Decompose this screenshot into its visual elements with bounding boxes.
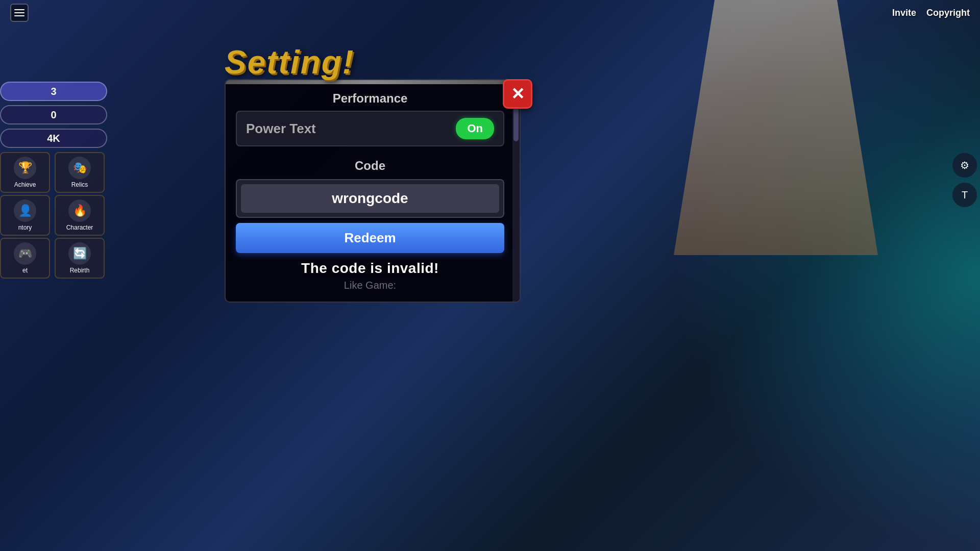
nav-btn-inventory[interactable]: 👤 ntory bbox=[0, 195, 50, 236]
top-left bbox=[10, 4, 29, 22]
like-game-text: Like Game: bbox=[236, 277, 504, 291]
nav-btn-rebirth[interactable]: 🔄 Rebirth bbox=[55, 238, 105, 279]
stat-2-value: 0 bbox=[51, 109, 56, 121]
menu-line-2 bbox=[14, 12, 24, 13]
code-section-title: Code bbox=[236, 155, 504, 179]
copyright-button[interactable]: Copyright bbox=[926, 8, 970, 18]
redeem-button[interactable]: Redeem bbox=[236, 223, 504, 253]
achieve-label: Achieve bbox=[14, 181, 36, 188]
inventory-icon: 👤 bbox=[14, 199, 36, 222]
stat-bar-2: 0 bbox=[0, 105, 107, 124]
error-message: The code is invalid! bbox=[236, 253, 504, 277]
code-input[interactable] bbox=[241, 184, 499, 213]
relics-icon: 🎭 bbox=[68, 157, 91, 179]
inventory-label: ntory bbox=[18, 224, 32, 231]
nav-btn-pet[interactable]: 🎮 et bbox=[0, 238, 50, 279]
power-text-toggle[interactable]: On bbox=[456, 118, 494, 139]
stat-bar-1: 3 bbox=[0, 82, 107, 101]
close-button[interactable]: ✕ bbox=[503, 79, 532, 109]
nav-btn-relics[interactable]: 🎭 Relics bbox=[55, 152, 105, 193]
settings-modal[interactable]: Performance Power Text On Code Redeem Th… bbox=[225, 79, 521, 303]
character-icon: 🔥 bbox=[68, 199, 91, 222]
character-label: Character bbox=[66, 224, 93, 231]
rebirth-label: Rebirth bbox=[70, 267, 90, 274]
left-panel: 3 0 4K 🏆 Achieve 🎭 Relics 👤 ntory 🔥 Char… bbox=[0, 82, 107, 279]
pet-icon: 🎮 bbox=[14, 242, 36, 265]
right-icon-2: T bbox=[952, 183, 977, 207]
right-edge: ⚙ T bbox=[949, 153, 980, 207]
stat-3-value: 4K bbox=[47, 133, 60, 144]
power-text-label: Power Text bbox=[246, 121, 316, 137]
stat-1-value: 3 bbox=[51, 86, 56, 97]
rebirth-icon: 🔄 bbox=[68, 242, 91, 265]
menu-button[interactable] bbox=[10, 4, 29, 22]
menu-line-3 bbox=[14, 15, 24, 16]
modal-content: Performance Power Text On Code Redeem Th… bbox=[226, 84, 520, 302]
achieve-icon: 🏆 bbox=[14, 157, 36, 179]
nav-grid: 🏆 Achieve 🎭 Relics 👤 ntory 🔥 Character 🎮… bbox=[0, 152, 107, 279]
performance-section-title: Performance bbox=[236, 84, 504, 111]
pet-label: et bbox=[22, 267, 28, 274]
right-icon-1: ⚙ bbox=[952, 153, 977, 178]
modal-header-bar bbox=[226, 80, 520, 84]
top-bar: Invite Copyright bbox=[0, 0, 980, 26]
stat-bar-3: 4K bbox=[0, 129, 107, 148]
top-right: Invite Copyright bbox=[892, 8, 970, 18]
nav-btn-achieve[interactable]: 🏆 Achieve bbox=[0, 152, 50, 193]
code-input-box bbox=[236, 179, 504, 218]
menu-line-1 bbox=[14, 9, 24, 10]
modal-scrollbar[interactable] bbox=[512, 80, 520, 302]
nav-btn-character[interactable]: 🔥 Character bbox=[55, 195, 105, 236]
power-text-row: Power Text On bbox=[236, 111, 504, 146]
close-icon: ✕ bbox=[511, 86, 525, 102]
invite-button[interactable]: Invite bbox=[892, 8, 916, 18]
relics-label: Relics bbox=[71, 181, 88, 188]
